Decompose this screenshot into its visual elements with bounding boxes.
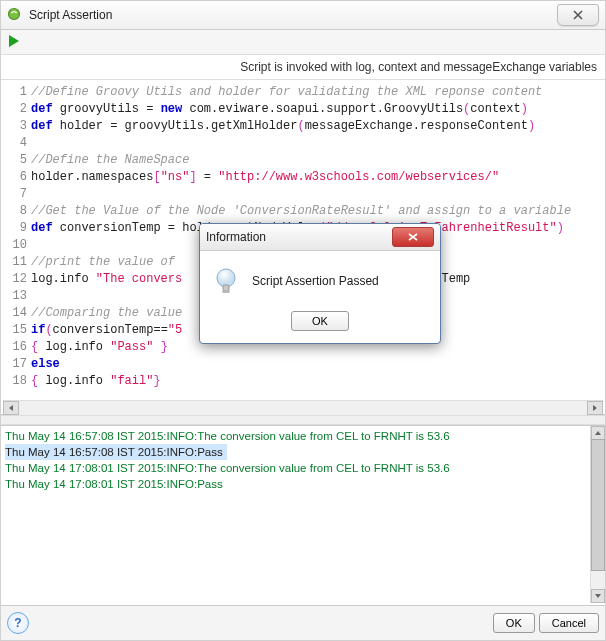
log-line[interactable]: Thu May 14 16:57:08 IST 2015:INFO:Pass <box>5 444 227 460</box>
scroll-down-button[interactable] <box>591 589 605 603</box>
log-vscrollbar[interactable] <box>590 426 605 603</box>
info-dialog: Information Script Assertion Passed OK <box>199 223 441 344</box>
dialog-message: Script Assertion Passed <box>252 274 379 288</box>
window-close-button[interactable] <box>557 4 599 26</box>
dialog-ok-button[interactable]: OK <box>291 311 349 331</box>
scroll-track[interactable] <box>20 402 586 414</box>
editor-hscrollbar[interactable] <box>3 400 603 415</box>
script-info-bar: Script is invoked with log, context and … <box>1 55 605 80</box>
splitter[interactable] <box>1 415 605 425</box>
log-line[interactable]: Thu May 14 17:08:01 IST 2015:INFO:Pass <box>5 476 591 492</box>
svg-point-0 <box>9 9 20 20</box>
svg-marker-1 <box>9 35 19 47</box>
svg-marker-3 <box>593 405 597 411</box>
svg-marker-2 <box>9 405 13 411</box>
info-icon <box>210 265 242 297</box>
help-button[interactable]: ? <box>7 612 29 634</box>
log-line[interactable]: Thu May 14 16:57:08 IST 2015:INFO:The co… <box>5 428 591 444</box>
scroll-right-button[interactable] <box>587 401 603 415</box>
script-assertion-window: Script Assertion Script is invoked with … <box>0 0 606 641</box>
cancel-button[interactable]: Cancel <box>539 613 599 633</box>
svg-rect-8 <box>222 291 230 293</box>
bottom-bar: ? OK Cancel <box>1 605 605 640</box>
titlebar[interactable]: Script Assertion <box>1 1 605 30</box>
dialog-title: Information <box>206 230 266 244</box>
script-info-text: Script is invoked with log, context and … <box>240 60 597 74</box>
svg-marker-5 <box>595 594 601 598</box>
toolbar <box>1 30 605 55</box>
dialog-titlebar[interactable]: Information <box>200 224 440 251</box>
window-title: Script Assertion <box>29 8 112 22</box>
scroll-thumb[interactable] <box>591 439 605 571</box>
editor-gutter: 123456789101112131415161718 <box>3 84 31 400</box>
ok-button[interactable]: OK <box>493 613 535 633</box>
svg-point-6 <box>217 269 235 287</box>
svg-marker-4 <box>595 431 601 435</box>
dialog-close-button[interactable] <box>392 227 434 247</box>
app-icon <box>7 7 23 23</box>
run-button[interactable] <box>7 34 21 50</box>
log-panel[interactable]: Thu May 14 16:57:08 IST 2015:INFO:The co… <box>1 425 605 603</box>
log-line[interactable]: Thu May 14 17:08:01 IST 2015:INFO:The co… <box>5 460 591 476</box>
scroll-up-button[interactable] <box>591 426 605 440</box>
log-lines[interactable]: Thu May 14 16:57:08 IST 2015:INFO:The co… <box>5 428 591 492</box>
scroll-left-button[interactable] <box>3 401 19 415</box>
svg-rect-7 <box>223 285 229 291</box>
